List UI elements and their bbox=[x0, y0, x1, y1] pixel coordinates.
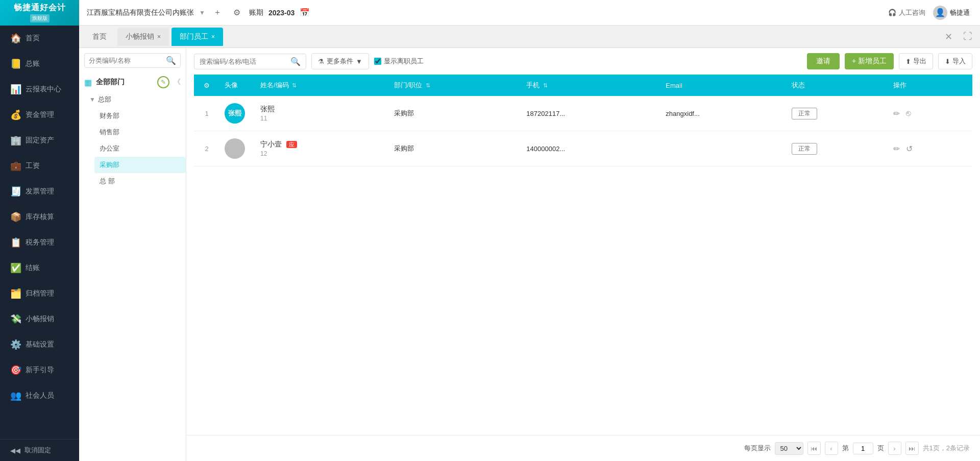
show-former-checkbox[interactable] bbox=[374, 58, 381, 65]
sidebar-item-invoice[interactable]: 🧾 发票管理 bbox=[0, 179, 79, 204]
sidebar-item-settings[interactable]: ⚙️ 基础设置 bbox=[0, 332, 79, 357]
pin-icon: ◀◀ bbox=[10, 447, 20, 454]
edit-icon-2[interactable]: ✏ bbox=[893, 144, 900, 154]
dept-node-head[interactable]: 总 部 bbox=[94, 173, 186, 189]
dept-node-finance[interactable]: 财务部 bbox=[94, 108, 186, 124]
tab-expense-close[interactable]: × bbox=[157, 33, 161, 40]
main-layout: 🏠 首页 📒 总账 📊 云报表中心 💰 资金管理 🏢 固定资产 💼 工资 🧾 发… bbox=[0, 26, 980, 461]
table-row: 2 宁小壹 应 12 bbox=[194, 131, 972, 166]
sidebar-item-expense[interactable]: 💸 小畅报销 bbox=[0, 306, 79, 332]
collapse-icon[interactable]: 《 bbox=[174, 78, 181, 87]
expand-window-icon[interactable]: ⛶ bbox=[961, 30, 975, 44]
dept-node-sales[interactable]: 销售部 bbox=[94, 124, 186, 140]
filter-icon: ⚗ bbox=[318, 58, 324, 65]
per-page-select[interactable]: 50 10 20 100 bbox=[775, 442, 803, 455]
user-area[interactable]: 👤 畅捷通 bbox=[933, 6, 970, 20]
invite-button[interactable]: 邀请 bbox=[807, 53, 840, 69]
action-icons-2: ✏ ↺ bbox=[893, 144, 967, 154]
add-tab-icon[interactable]: ＋ bbox=[210, 6, 225, 20]
sort-name-icon[interactable]: ⇅ bbox=[292, 82, 297, 88]
next-page-button[interactable]: › bbox=[888, 442, 901, 455]
all-dept-label: 全部部门 bbox=[96, 78, 153, 87]
col-email: Email bbox=[660, 75, 786, 96]
sidebar-item-reports[interactable]: 📊 云报表中心 bbox=[0, 77, 79, 102]
close-window-icon[interactable]: ✕ bbox=[941, 30, 955, 44]
more-filter-button[interactable]: ⚗ 更多条件 ▼ bbox=[311, 53, 369, 69]
employee-search-input[interactable] bbox=[200, 58, 287, 65]
prev-page-button[interactable]: ‹ bbox=[825, 442, 838, 455]
sidebar-item-staff[interactable]: 👥 社会人员 bbox=[0, 383, 79, 408]
company-dropdown-icon[interactable]: ▼ bbox=[199, 9, 205, 16]
first-page-button[interactable]: ⏮ bbox=[807, 442, 821, 455]
page-content: 🔍 ▦ 全部部门 ✎ 《 ▼ 总部 财务部 销售部 办公室 bbox=[79, 48, 980, 461]
toolbar-right: 邀请 + 新增员工 ⬆ 导出 ⬇ 导入 bbox=[807, 53, 972, 69]
sidebar-item-tax[interactable]: 📋 税务管理 bbox=[0, 230, 79, 255]
pin-toggle[interactable]: ◀◀ 取消固定 bbox=[0, 439, 79, 461]
col-dept[interactable]: 部门/职位 ⇅ bbox=[389, 75, 522, 96]
tab-expense-label: 小畅报销 bbox=[126, 32, 154, 41]
dept-search-input[interactable] bbox=[89, 57, 163, 64]
dept-search-icon[interactable]: 🔍 bbox=[166, 56, 176, 65]
dept-node-purchase[interactable]: 采购部 bbox=[94, 157, 186, 173]
show-former-label[interactable]: 显示离职员工 bbox=[374, 57, 424, 66]
import-button[interactable]: ⬇ 导入 bbox=[938, 53, 972, 69]
tab-bar: 首页 小畅报销 × 部门员工 × ✕ ⛶ bbox=[79, 26, 980, 48]
user-icon: 👤 bbox=[935, 8, 945, 17]
settings-icon[interactable]: ⚙ bbox=[230, 6, 244, 20]
employee-search-icon[interactable]: 🔍 bbox=[290, 57, 301, 66]
page-label: 页 bbox=[877, 444, 884, 453]
sidebar-item-home[interactable]: 🏠 首页 bbox=[0, 26, 79, 51]
sidebar: 🏠 首页 📒 总账 📊 云报表中心 💰 资金管理 🏢 固定资产 💼 工资 🧾 发… bbox=[0, 26, 79, 461]
dept-arrow-icon: ▼ bbox=[89, 96, 95, 103]
col-settings[interactable]: ⚙ bbox=[194, 75, 219, 96]
per-page-label: 每页显示 bbox=[744, 444, 771, 453]
employee-search-box[interactable]: 🔍 bbox=[194, 54, 306, 69]
emp-code-1: 11 bbox=[260, 115, 384, 122]
add-employee-button[interactable]: + 新增员工 bbox=[845, 53, 894, 69]
sidebar-item-ledger[interactable]: 📒 总账 bbox=[0, 51, 79, 77]
tab-home[interactable]: 首页 bbox=[84, 28, 115, 46]
sidebar-item-inventory[interactable]: 📦 库存核算 bbox=[0, 204, 79, 230]
sidebar-item-payroll[interactable]: 💼 工资 bbox=[0, 153, 79, 179]
email-cell-1: zhangxidf... bbox=[660, 96, 786, 131]
name-cell-1: 张熙 11 bbox=[255, 96, 389, 131]
dept-all-header[interactable]: ▦ 全部部门 ✎ 《 bbox=[79, 73, 186, 91]
avatar-1: 张熙 bbox=[225, 103, 245, 124]
col-action: 操作 bbox=[888, 75, 972, 96]
export-button[interactable]: ⬆ 导出 bbox=[899, 53, 933, 69]
sidebar-item-assets[interactable]: 🏢 固定资产 bbox=[0, 128, 79, 153]
refresh-icon-2[interactable]: ↺ bbox=[906, 144, 913, 154]
logout-icon-1[interactable]: ⎋ bbox=[906, 109, 911, 118]
guide-icon: 🎯 bbox=[10, 365, 20, 376]
dept-node-zongbu[interactable]: ▼ 总部 bbox=[84, 91, 186, 108]
sidebar-label-settings: 基础设置 bbox=[26, 340, 54, 349]
sidebar-item-archive[interactable]: 🗂️ 归档管理 bbox=[0, 281, 79, 306]
dept-edit-button[interactable]: ✎ bbox=[157, 76, 169, 88]
sidebar-item-funds[interactable]: 💰 资金管理 bbox=[0, 102, 79, 128]
sidebar-item-guide[interactable]: 🎯 新手引导 bbox=[0, 357, 79, 383]
total-text: 共1页，2条记录 bbox=[923, 444, 970, 453]
edit-icon-1[interactable]: ✏ bbox=[893, 109, 900, 118]
dept-node-office[interactable]: 办公室 bbox=[94, 140, 186, 157]
sort-phone-icon[interactable]: ⇅ bbox=[543, 82, 548, 88]
tab-employee[interactable]: 部门员工 × bbox=[172, 28, 223, 46]
import-label: 导入 bbox=[952, 57, 966, 66]
sidebar-label-assets: 固定资产 bbox=[26, 136, 54, 145]
calendar-icon[interactable]: 📅 bbox=[300, 8, 310, 17]
email-cell-2 bbox=[660, 131, 786, 166]
sidebar-item-close[interactable]: ✅ 结账 bbox=[0, 255, 79, 281]
tab-expense[interactable]: 小畅报销 × bbox=[117, 28, 169, 46]
col-phone[interactable]: 手机 ⇅ bbox=[521, 75, 660, 96]
expense-icon: 💸 bbox=[10, 313, 20, 325]
tab-employee-label: 部门员工 bbox=[180, 32, 208, 41]
last-page-button[interactable]: ⏭ bbox=[905, 442, 919, 455]
name-cell-2: 宁小壹 应 12 bbox=[255, 131, 389, 166]
col-name[interactable]: 姓名/编码 ⇅ bbox=[255, 75, 389, 96]
period-label: 账期 bbox=[249, 8, 263, 17]
tab-employee-close[interactable]: × bbox=[211, 33, 215, 40]
dept-cell-2: 采购部 bbox=[389, 131, 522, 166]
dept-search-box[interactable]: 🔍 bbox=[84, 53, 181, 68]
page-number-input[interactable] bbox=[853, 443, 873, 454]
sort-dept-icon[interactable]: ⇅ bbox=[426, 82, 430, 88]
support-button[interactable]: 🎧 人工咨询 bbox=[888, 8, 925, 17]
